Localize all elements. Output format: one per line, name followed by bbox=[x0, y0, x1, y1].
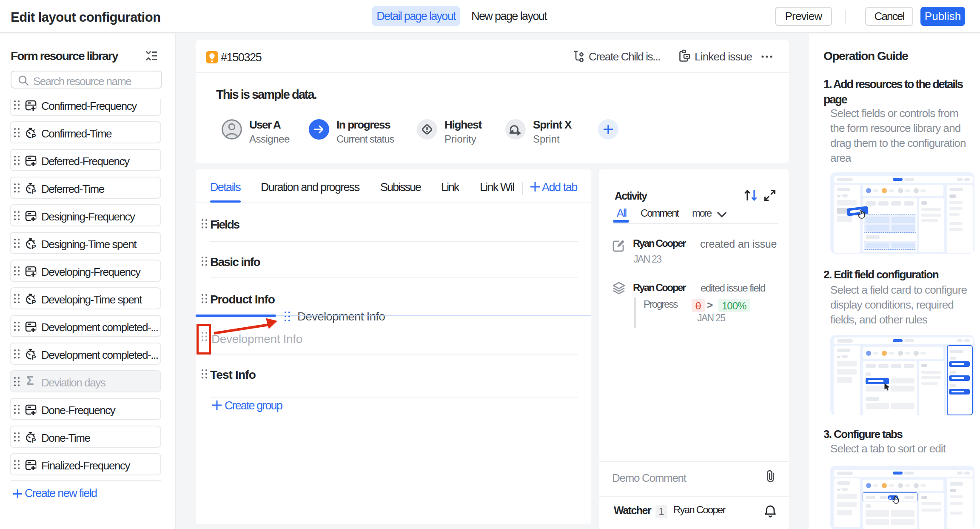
svg-text:P: P bbox=[32, 188, 36, 194]
svg-text:P: P bbox=[32, 298, 36, 305]
svg-text:P: P bbox=[32, 132, 36, 139]
svg-text:P: P bbox=[32, 243, 36, 250]
svg-text:P: P bbox=[32, 437, 36, 443]
svg-text:P: P bbox=[32, 354, 36, 360]
